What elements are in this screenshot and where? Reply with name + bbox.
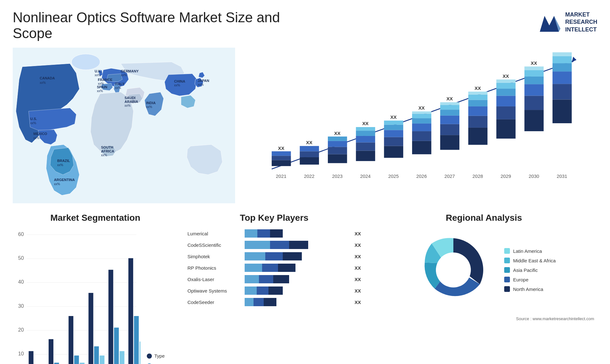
player-val: XX — [355, 300, 361, 305]
map-label-india: INDIA — [146, 101, 156, 105]
svg-rect-78 — [496, 106, 515, 119]
player-name: Oxalis-Laser — [187, 277, 241, 282]
legend-item-type: Type — [147, 353, 178, 359]
svg-rect-48 — [384, 130, 403, 137]
donut-chart-svg — [412, 229, 495, 311]
table-row: CodeSScientific XX — [187, 240, 361, 250]
segmentation-svg: 60 50 40 30 20 10 0 — [13, 229, 140, 364]
source-text: Source : www.marketresearchintellect.com — [370, 316, 597, 321]
svg-text:xx%: xx% — [33, 136, 39, 140]
legend-color-northamerica — [504, 286, 510, 292]
map-label-germany: GERMANY — [121, 69, 139, 73]
svg-rect-71 — [468, 106, 487, 116]
svg-rect-64 — [440, 110, 459, 116]
svg-rect-129 — [100, 355, 105, 364]
svg-text:2022: 2022 — [304, 174, 315, 179]
svg-text:xx%: xx% — [57, 163, 63, 167]
svg-rect-80 — [496, 89, 515, 96]
svg-rect-95 — [552, 71, 572, 84]
player-bar-wrap — [245, 263, 349, 273]
svg-text:xx%: xx% — [40, 81, 46, 84]
key-players-title: Top Key Players — [184, 213, 364, 223]
svg-rect-125 — [80, 363, 85, 364]
svg-rect-81 — [496, 83, 515, 89]
donut-wrap: Latin America Middle East & Africa Asia … — [370, 229, 597, 311]
logo-text: MARKET RESEARCH INTELLECT — [565, 11, 597, 33]
svg-text:XX: XX — [334, 131, 341, 136]
svg-rect-47 — [384, 137, 403, 146]
svg-rect-58 — [412, 111, 431, 114]
svg-rect-66 — [440, 102, 459, 105]
svg-rect-54 — [412, 131, 431, 141]
svg-rect-159 — [245, 298, 254, 306]
svg-rect-127 — [89, 293, 93, 364]
svg-rect-40 — [356, 142, 375, 151]
seg-svg-wrap: 60 50 40 30 20 10 0 — [13, 229, 140, 364]
svg-text:xx%: xx% — [146, 105, 152, 109]
svg-rect-89 — [525, 70, 544, 76]
legend-dot-type — [147, 354, 152, 359]
svg-text:xx%: xx% — [174, 84, 180, 87]
svg-rect-153 — [245, 275, 259, 283]
svg-rect-33 — [328, 154, 347, 163]
svg-rect-131 — [108, 270, 113, 364]
player-bar-wrap — [245, 229, 349, 238]
svg-text:ARABIA: ARABIA — [125, 100, 138, 104]
svg-rect-132 — [114, 327, 119, 364]
svg-rect-72 — [468, 100, 487, 106]
svg-text:AFRICA: AFRICA — [101, 149, 114, 153]
player-val: XX — [355, 231, 361, 236]
player-bar-svg — [245, 274, 349, 284]
segmentation-section: Market Segmentation 60 50 40 30 20 10 0 — [13, 213, 178, 364]
svg-text:xx%: xx% — [101, 153, 107, 157]
table-row: Lumerical XX — [187, 229, 361, 238]
map-label-brazil: BRAZIL — [57, 159, 70, 163]
table-row: CodeSeeder XX — [187, 297, 361, 307]
svg-rect-86 — [525, 96, 544, 110]
svg-text:2021: 2021 — [276, 174, 286, 179]
svg-rect-69 — [468, 128, 487, 145]
svg-rect-119 — [49, 339, 53, 364]
svg-rect-93 — [552, 100, 572, 123]
svg-text:xx%: xx% — [198, 83, 204, 86]
svg-rect-147 — [245, 252, 265, 260]
player-val: XX — [355, 254, 361, 259]
svg-text:2026: 2026 — [416, 174, 427, 179]
svg-text:xx%: xx% — [125, 104, 131, 107]
player-bar-wrap — [245, 274, 349, 284]
svg-text:30: 30 — [18, 303, 24, 309]
svg-text:2025: 2025 — [388, 174, 399, 179]
table-row: Optiwave Systems XX — [187, 286, 361, 295]
svg-text:10: 10 — [18, 351, 24, 356]
svg-text:XX: XX — [390, 115, 397, 120]
svg-rect-74 — [468, 91, 487, 94]
svg-rect-123 — [69, 316, 73, 364]
svg-rect-136 — [134, 316, 139, 364]
legend-label-asia: Asia Pacific — [513, 267, 538, 273]
svg-rect-41 — [356, 136, 375, 142]
svg-text:20: 20 — [18, 327, 24, 333]
map-section: CANADA xx% U.S. xx% MEXICO xx% BRAZIL xx… — [13, 48, 235, 203]
svg-text:XX: XX — [306, 140, 312, 145]
map-label-japan: JAPAN — [198, 79, 209, 83]
svg-rect-43 — [356, 127, 375, 131]
svg-rect-61 — [440, 135, 459, 150]
svg-rect-34 — [328, 147, 347, 154]
svg-rect-135 — [128, 258, 133, 364]
map-label-spain: SPAIN — [97, 85, 107, 89]
player-name: CodeSScientific — [187, 242, 241, 248]
player-bar-svg — [245, 297, 349, 307]
svg-rect-35 — [328, 141, 347, 147]
table-row: Simphotek XX — [187, 252, 361, 261]
player-name: Optiwave Systems — [187, 288, 241, 293]
legend-label-europe: Europe — [513, 277, 528, 282]
page-title: Nonlinear Optics Software Market Size an… — [13, 10, 299, 41]
svg-text:xx%: xx% — [121, 73, 127, 77]
map-label-italy: ITALY — [115, 82, 125, 86]
legend-item-mea: Middle East & Africa — [504, 258, 556, 263]
map-label-canada: CANADA — [40, 76, 55, 80]
player-bar-wrap — [245, 252, 349, 261]
player-name: RP Photonics — [187, 265, 241, 271]
svg-text:60: 60 — [18, 231, 24, 237]
svg-rect-141 — [245, 229, 257, 238]
